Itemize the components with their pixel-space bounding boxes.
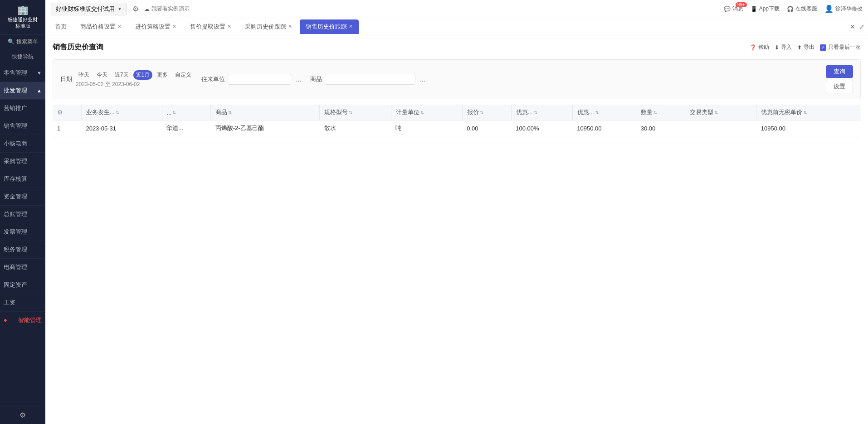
only-last-checkbox[interactable]: ✓ 只看最后一次 (820, 43, 861, 51)
goods-label: 商品 (310, 75, 322, 83)
cell-spec: 散水 (320, 120, 391, 136)
date-option-更多[interactable]: 更多 (154, 70, 171, 80)
logo-icon: 🏢 (17, 5, 29, 15)
tab-销售历史价跟踪[interactable]: 销售历史价跟踪 ✕ (300, 19, 359, 34)
table-header: ⚙业务发生...⇅...⇅商品⇅规格型号⇅计量单位⇅报价⇅优惠...⇅优惠...… (53, 105, 861, 120)
product-selector[interactable]: 好业财标准版交付试用 ▼ (51, 3, 127, 15)
col-header-discount2[interactable]: 优惠...⇅ (572, 105, 636, 120)
sort-icon: ⇅ (653, 110, 657, 115)
sort-icon: ⇅ (172, 110, 176, 115)
sidebar-item-2[interactable]: 营销推广 (0, 100, 45, 117)
tab-close-icon[interactable]: ✕ (227, 24, 231, 29)
user-menu[interactable]: 👤 徐泽华修改 (824, 5, 863, 13)
sidebar-item-11[interactable]: 电商管理 (0, 259, 45, 276)
topbar-right: 💬 消息 99+ 📱 App下载 🎧 在线客服 👤 徐泽华修改 (724, 5, 863, 13)
tab-商品价格设置[interactable]: 商品价格设置 ✕ (74, 19, 127, 34)
col-header-pre_tax[interactable]: 优惠前无税单价⇅ (756, 105, 861, 120)
sidebar-item-13[interactable]: 工资 (0, 294, 45, 312)
sort-icon: ⇅ (534, 110, 537, 115)
sort-icon: ⇅ (349, 110, 352, 115)
tab-采购历史价跟踪[interactable]: 采购历史价跟踪 ✕ (239, 19, 298, 34)
date-option-今天[interactable]: 今天 (94, 70, 110, 80)
filter-area: 日期 昨天今天近7天近1月更多自定义 2023-05-02 至 2023-06-… (53, 59, 861, 99)
col-header-spec[interactable]: 规格型号⇅ (320, 105, 391, 120)
sidebar-item-12[interactable]: 固定资产 (0, 276, 45, 294)
cell-discount1: 100.00% (511, 120, 572, 136)
date-option-自定义[interactable]: 自定义 (172, 70, 194, 80)
col-header-settings: ⚙ (53, 105, 81, 120)
tab-close-icon[interactable]: ✕ (117, 24, 122, 29)
col-header-quote[interactable]: 报价⇅ (462, 105, 511, 120)
sidebar-item-7[interactable]: 资金管理 (0, 188, 45, 206)
tab-首页[interactable]: 首页 (49, 19, 73, 34)
sidebar-item-0[interactable]: 零售管理▼ (0, 64, 45, 82)
source-filter-group: 往来单位 ... (201, 74, 303, 85)
date-option-近7天[interactable]: 近7天 (112, 70, 132, 80)
online-service-button[interactable]: 🎧 在线客服 (787, 5, 817, 13)
col-header-goods[interactable]: 商品⇅ (211, 105, 320, 120)
sort-icon: ⇅ (228, 110, 232, 115)
goods-dots-button[interactable]: ... (418, 76, 427, 83)
tab-close-icon[interactable]: ✕ (288, 24, 292, 29)
tab-close-icon[interactable]: ✕ (172, 24, 176, 29)
date-range: 2023-05-02 至 2023-06-02 (76, 81, 194, 88)
query-button[interactable]: 查询 (826, 65, 853, 78)
sort-icon: ⇅ (803, 110, 807, 115)
date-filter-group: 日期 昨天今天近7天近1月更多自定义 2023-05-02 至 2023-06-… (60, 70, 194, 88)
source-dots-button[interactable]: ... (294, 76, 303, 83)
search-icon: 🔍 (8, 39, 15, 45)
demo-link[interactable]: ☁ 我要看实例演示 (144, 5, 190, 13)
sort-icon: ⇅ (595, 110, 599, 115)
col-header-unit[interactable]: 计量单位⇅ (391, 105, 462, 120)
page-header-actions: ❓ 帮助 ⬇ 导入 ⬆ 导出 ✓ 只看最后一次 (750, 43, 861, 51)
sidebar-item-14[interactable]: ●智能管理 (0, 312, 45, 329)
sort-icon: ⇅ (714, 110, 718, 115)
import-link[interactable]: ⬇ 导入 (775, 43, 792, 51)
app-download-button[interactable]: 📱 App下载 (751, 5, 780, 13)
export-link[interactable]: ⬆ 导出 (797, 43, 814, 51)
main-content: 好业财标准版交付试用 ▼ ⚙ ☁ 我要看实例演示 💬 消息 99+ 📱 App下… (45, 0, 868, 424)
col-header-qty[interactable]: 数量⇅ (636, 105, 685, 120)
sidebar-item-3[interactable]: 销售管理 (0, 117, 45, 135)
sidebar-item-5[interactable]: 采购管理 (0, 153, 45, 170)
sidebar-item-9[interactable]: 发票管理 (0, 223, 45, 241)
col-header-biz_date[interactable]: 业务发生...⇅ (81, 105, 162, 120)
col-header-extra[interactable]: ...⇅ (162, 105, 211, 120)
sidebar-item-10[interactable]: 税务管理 (0, 241, 45, 259)
export-icon: ⬆ (797, 44, 802, 51)
tab-bar: 首页商品价格设置 ✕进价策略设置 ✕售价提取设置 ✕采购历史价跟踪 ✕销售历史价… (45, 18, 868, 35)
sidebar-item-4[interactable]: 小畅电商 (0, 135, 45, 153)
topbar-settings-icon[interactable]: ⚙ (132, 5, 139, 13)
sidebar-item-8[interactable]: 总账管理 (0, 206, 45, 223)
settings-icon[interactable]: ⚙ (20, 411, 26, 419)
checkbox-icon[interactable]: ✓ (820, 44, 826, 51)
filter-settings-button[interactable]: 设置 (826, 80, 853, 93)
cell-trade_type (685, 120, 756, 136)
tab-售价提取设置[interactable]: 售价提取设置 ✕ (184, 19, 237, 34)
import-icon: ⬇ (775, 44, 779, 51)
logo-text: 畅捷通好业财 标准版 (8, 16, 38, 29)
panel-expand-icon[interactable]: ⤢ (859, 23, 864, 30)
tab-close-icon[interactable]: ✕ (349, 24, 353, 29)
sidebar-search[interactable]: 🔍 搜索菜单 (0, 34, 45, 49)
sidebar-item-6[interactable]: 库存核算 (0, 170, 45, 188)
date-option-近1月[interactable]: 近1月 (133, 70, 153, 80)
sort-icon: ⇅ (420, 110, 424, 115)
page-title: 销售历史价查询 (53, 43, 103, 52)
cell-unit: 吨 (391, 120, 462, 136)
chevron-down-icon: ▼ (117, 6, 122, 11)
col-header-discount1[interactable]: 优惠...⇅ (511, 105, 572, 120)
cell-quote: 0.00 (462, 120, 511, 136)
source-input[interactable] (228, 74, 291, 85)
quick-nav[interactable]: 快捷导航 (0, 49, 45, 64)
help-link[interactable]: ❓ 帮助 (750, 43, 769, 51)
cell-goods: 丙烯酸-2-乙基己酯 (211, 120, 320, 136)
sidebar-item-1[interactable]: 批发管理▲ (0, 82, 45, 100)
column-settings-icon[interactable]: ⚙ (57, 109, 63, 116)
goods-input[interactable] (325, 74, 415, 85)
date-option-昨天[interactable]: 昨天 (76, 70, 92, 80)
col-header-trade_type[interactable]: 交易类型⇅ (685, 105, 756, 120)
message-button[interactable]: 💬 消息 99+ (724, 5, 743, 13)
tab-进价策略设置[interactable]: 进价策略设置 ✕ (129, 19, 182, 34)
panel-close-icon[interactable]: ✕ (850, 23, 855, 30)
